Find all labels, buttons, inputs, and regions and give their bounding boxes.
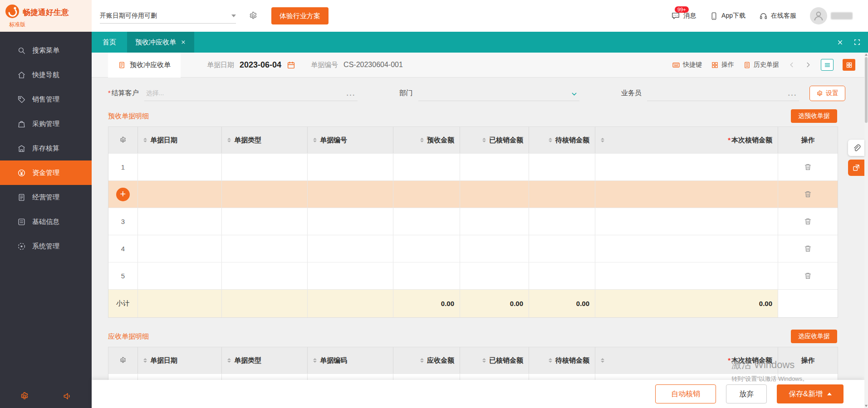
- column-header[interactable]: 操作: [778, 347, 838, 374]
- attachment-float-button[interactable]: [848, 140, 864, 156]
- delete-row-button[interactable]: [804, 163, 812, 171]
- app-download-button[interactable]: App下载: [710, 12, 745, 20]
- grid-cell[interactable]: [529, 262, 595, 289]
- column-header[interactable]: *本次核销金额: [595, 347, 778, 374]
- grid-cell[interactable]: [222, 262, 308, 289]
- grid-cell[interactable]: [393, 262, 460, 289]
- sidebar-item-quick-nav[interactable]: 快捷导航: [0, 63, 92, 87]
- grid-cell[interactable]: [529, 181, 595, 208]
- grid-cell[interactable]: [529, 154, 595, 180]
- sidebar-item-funds[interactable]: 资金管理: [0, 160, 92, 185]
- online-service-button[interactable]: 在线客服: [759, 12, 796, 20]
- column-header[interactable]: 单据编号: [308, 127, 393, 153]
- column-header[interactable]: 操作: [778, 127, 838, 153]
- close-tabs-icon[interactable]: [837, 39, 843, 46]
- tab-close-icon[interactable]: [181, 39, 186, 45]
- grid-cell[interactable]: [460, 181, 529, 208]
- delete-row-button[interactable]: [804, 218, 812, 225]
- grid-cell[interactable]: [595, 208, 778, 235]
- column-header[interactable]: *本次核销金额: [595, 127, 778, 153]
- footer-gear-icon[interactable]: [20, 392, 29, 401]
- column-header[interactable]: 待核销金额: [529, 127, 595, 153]
- grid-cell[interactable]: [595, 154, 778, 180]
- tab-home[interactable]: 首页: [92, 32, 127, 53]
- column-header[interactable]: 单据类型: [222, 127, 308, 153]
- grid-cell[interactable]: [393, 154, 460, 180]
- grid-cell[interactable]: [222, 235, 308, 262]
- list-view-button[interactable]: [821, 59, 834, 71]
- scroll-down-icon[interactable]: [865, 405, 868, 407]
- sidebar-item-inventory[interactable]: 库存核算: [0, 136, 92, 160]
- grid-cell[interactable]: [138, 181, 222, 208]
- grid-cell[interactable]: [222, 208, 308, 235]
- grid-cell[interactable]: [460, 154, 529, 180]
- chevron-down-icon[interactable]: [571, 91, 578, 97]
- prev-doc-icon[interactable]: [788, 61, 795, 68]
- card-view-button[interactable]: [843, 59, 855, 71]
- grid-cell[interactable]: [529, 235, 595, 262]
- grid-cell[interactable]: [138, 154, 222, 180]
- sidebar-item-search[interactable]: 搜索菜单: [0, 38, 92, 63]
- sidebar-item-operations[interactable]: 经营管理: [0, 185, 92, 209]
- column-header[interactable]: 单据编码: [308, 347, 393, 374]
- salesman-input[interactable]: ···: [647, 87, 799, 101]
- grid-cell[interactable]: [308, 181, 393, 208]
- calendar-icon[interactable]: [287, 61, 295, 69]
- column-header[interactable]: 应收金额: [393, 347, 460, 374]
- history-button[interactable]: 历史单据: [743, 61, 779, 69]
- sidebar-item-purchase[interactable]: 采购管理: [0, 112, 92, 136]
- add-row-button[interactable]: +: [116, 188, 130, 201]
- grid-cell[interactable]: [222, 154, 308, 180]
- messages-button[interactable]: 99+ 消息: [671, 11, 696, 20]
- user-menu[interactable]: [810, 7, 853, 24]
- grid-cell[interactable]: [222, 181, 308, 208]
- auto-writeoff-button[interactable]: 自动核销: [655, 384, 716, 403]
- grid-cell[interactable]: [595, 181, 778, 208]
- document-tab[interactable]: 预收冲应收单: [108, 53, 181, 78]
- department-input[interactable]: [418, 87, 579, 101]
- grid-cell[interactable]: [308, 235, 393, 262]
- grid-cell[interactable]: [595, 262, 778, 289]
- customer-input[interactable]: 选择... ···: [144, 87, 358, 101]
- grid-cell[interactable]: [308, 154, 393, 180]
- save-and-new-button[interactable]: 保存&新增: [777, 384, 843, 403]
- settings-gear-icon[interactable]: [249, 11, 258, 20]
- grid-cell[interactable]: [529, 208, 595, 235]
- sound-icon[interactable]: [63, 392, 72, 401]
- grid-cell[interactable]: [393, 181, 460, 208]
- grid-cell[interactable]: [308, 262, 393, 289]
- vertical-scrollbar[interactable]: [864, 53, 868, 408]
- date-value[interactable]: 2023-06-04: [240, 60, 281, 70]
- grid-cell[interactable]: [138, 208, 222, 235]
- sidebar-item-basic-info[interactable]: 基础信息: [0, 209, 92, 234]
- next-doc-icon[interactable]: [804, 61, 812, 68]
- column-settings-button[interactable]: [108, 347, 138, 374]
- delete-row-button[interactable]: [804, 272, 812, 280]
- column-header[interactable]: 已核销金额: [460, 127, 529, 153]
- operations-button[interactable]: 操作: [711, 61, 734, 69]
- grid-cell[interactable]: [393, 235, 460, 262]
- column-header[interactable]: 已核销金额: [460, 347, 529, 374]
- sidebar-item-sales[interactable]: 销售管理: [0, 87, 92, 112]
- scroll-up-icon[interactable]: [865, 53, 868, 56]
- select-receivable-docs-button[interactable]: 选应收单据: [791, 330, 837, 343]
- grid-cell[interactable]: [595, 235, 778, 262]
- sidebar-item-system[interactable]: 系统管理: [0, 234, 92, 258]
- grid-cell[interactable]: [138, 235, 222, 262]
- grid-cell[interactable]: [460, 208, 529, 235]
- column-settings-button[interactable]: [108, 127, 138, 153]
- grid-cell[interactable]: [138, 262, 222, 289]
- tab-active[interactable]: 预收冲应收单: [127, 32, 194, 53]
- period-selector[interactable]: 开账日期可停用可删: [100, 8, 236, 24]
- more-icon[interactable]: ···: [347, 93, 356, 97]
- select-prepaid-docs-button[interactable]: 选预收单据: [791, 109, 837, 123]
- fullscreen-icon[interactable]: [853, 39, 861, 46]
- grid-cell[interactable]: [393, 208, 460, 235]
- trial-plan-button[interactable]: 体验行业方案: [271, 7, 329, 24]
- field-settings-button[interactable]: 设置: [809, 86, 845, 101]
- discard-button[interactable]: 放弃: [726, 384, 767, 403]
- grid-cell[interactable]: [460, 262, 529, 289]
- more-icon[interactable]: ···: [788, 93, 797, 97]
- shortcuts-button[interactable]: 快捷键: [672, 61, 702, 69]
- column-header[interactable]: 待核销金额: [529, 347, 595, 374]
